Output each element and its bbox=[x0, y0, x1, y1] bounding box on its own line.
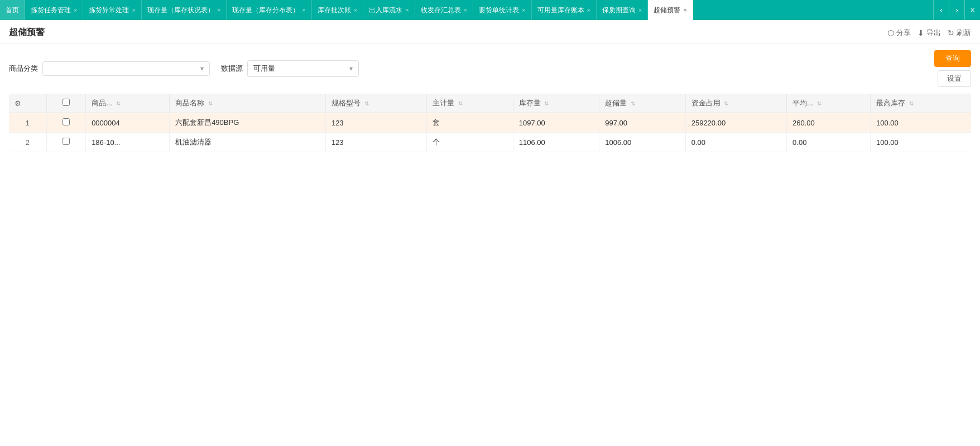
table-wrapper: ⚙ 商品... ⇅ 商品名称 ⇅ 规格型号 ⇅ bbox=[0, 94, 980, 152]
sort-icon: ⇅ bbox=[458, 100, 463, 106]
nav-arrows: ‹ › × bbox=[933, 0, 980, 20]
row-checkbox[interactable] bbox=[63, 138, 70, 145]
close-icon[interactable]: × bbox=[302, 7, 305, 13]
nav-batch-account[interactable]: 库存批次账 × bbox=[312, 0, 363, 20]
datasource-filter: 数据源 可用量 ▾ bbox=[221, 60, 359, 77]
row-stock: 1097.00 bbox=[513, 113, 599, 133]
row-name: 六配套新昌490BPG bbox=[170, 113, 326, 133]
close-icon[interactable]: × bbox=[464, 7, 467, 13]
nav-task-mgmt[interactable]: 拣货任务管理 × bbox=[25, 0, 83, 20]
col-checkbox bbox=[46, 94, 85, 113]
close-icon[interactable]: × bbox=[683, 7, 686, 13]
col-capital[interactable]: 资金占用 ⇅ bbox=[685, 94, 786, 113]
category-label: 商品分类 bbox=[9, 64, 38, 74]
close-icon[interactable]: × bbox=[132, 7, 135, 13]
refresh-button[interactable]: ↻ 刷新 bbox=[948, 28, 971, 38]
close-icon[interactable]: × bbox=[638, 7, 642, 13]
chevron-down-icon: ▾ bbox=[349, 65, 353, 72]
query-button[interactable]: 查询 bbox=[934, 50, 971, 67]
row-code: 186-10... bbox=[86, 133, 170, 152]
nav-prev-button[interactable]: ‹ bbox=[933, 0, 949, 20]
data-table: ⚙ 商品... ⇅ 商品名称 ⇅ 规格型号 ⇅ bbox=[9, 94, 971, 152]
export-icon: ⬇ bbox=[917, 28, 924, 37]
share-button[interactable]: ⬡ 分享 bbox=[887, 28, 911, 38]
row-overflow: 1006.00 bbox=[599, 133, 685, 152]
datasource-label: 数据源 bbox=[221, 64, 243, 74]
category-select[interactable]: ▾ bbox=[42, 61, 210, 76]
select-all-checkbox[interactable] bbox=[63, 99, 70, 106]
sort-icon: ⇅ bbox=[208, 100, 213, 106]
row-checkbox[interactable] bbox=[63, 118, 70, 125]
row-capital: 0.00 bbox=[685, 133, 786, 152]
nav-available-stock[interactable]: 可用量库存账本 × bbox=[532, 0, 597, 20]
sort-icon: ⇅ bbox=[544, 100, 549, 106]
sort-icon: ⇅ bbox=[909, 100, 914, 106]
datasource-value: 可用量 bbox=[253, 64, 275, 74]
row-checkbox-cell bbox=[46, 133, 85, 152]
page-header: 超储预警 ⬡ 分享 ⬇ 导出 ↻ 刷新 bbox=[0, 20, 980, 43]
row-stock: 1106.00 bbox=[513, 133, 599, 152]
col-maxstock[interactable]: 最高库存 ⇅ bbox=[871, 94, 971, 113]
col-code[interactable]: 商品... ⇅ bbox=[86, 94, 170, 113]
close-icon[interactable]: × bbox=[354, 7, 357, 13]
row-unit: 个 bbox=[427, 133, 513, 152]
nav-inout-flow[interactable]: 出入库流水 × bbox=[363, 0, 415, 20]
sort-icon: ⇅ bbox=[724, 100, 728, 106]
close-icon[interactable]: × bbox=[217, 7, 220, 13]
col-stock[interactable]: 库存量 ⇅ bbox=[513, 94, 599, 113]
top-navigation: 首页 拣货任务管理 × 拣货异常处理 × 现存量（库存状况表） × 现存量（库存… bbox=[0, 0, 980, 20]
nav-next-button[interactable]: › bbox=[949, 0, 964, 20]
refresh-icon: ↻ bbox=[948, 28, 954, 37]
row-number: 1 bbox=[9, 113, 46, 133]
close-icon[interactable]: × bbox=[522, 7, 525, 13]
col-overflow[interactable]: 超储量 ⇅ bbox=[599, 94, 685, 113]
nav-overflow-warning[interactable]: 超储预警 × bbox=[648, 0, 693, 20]
close-icon[interactable]: × bbox=[587, 7, 590, 13]
row-overflow: 997.00 bbox=[599, 113, 685, 133]
page-content: 超储预警 ⬡ 分享 ⬇ 导出 ↻ 刷新 商品分类 ▾ 数据源 bbox=[0, 20, 980, 446]
header-actions: ⬡ 分享 ⬇ 导出 ↻ 刷新 bbox=[887, 28, 971, 38]
row-maxstock: 100.00 bbox=[871, 113, 971, 133]
row-maxstock: 100.00 bbox=[871, 133, 971, 152]
sort-icon: ⇅ bbox=[364, 100, 369, 106]
filter-actions: 查询 设置 bbox=[934, 50, 971, 87]
col-avg[interactable]: 平均... ⇅ bbox=[787, 94, 871, 113]
table-row: 1 0000004 六配套新昌490BPG 123 套 1097.00 997.… bbox=[9, 113, 971, 133]
row-avg: 0.00 bbox=[787, 133, 871, 152]
filter-row: 商品分类 ▾ 数据源 可用量 ▾ 查询 设置 bbox=[0, 43, 980, 94]
row-unit: 套 bbox=[427, 113, 513, 133]
datasource-select[interactable]: 可用量 ▾ bbox=[247, 60, 359, 77]
table-header-row: ⚙ 商品... ⇅ 商品名称 ⇅ 规格型号 ⇅ bbox=[9, 94, 971, 113]
col-spec[interactable]: 规格型号 ⇅ bbox=[325, 94, 426, 113]
nav-stock-status[interactable]: 现存量（库存状况表） × bbox=[142, 0, 227, 20]
export-button[interactable]: ⬇ 导出 bbox=[917, 28, 941, 38]
sort-icon: ⇅ bbox=[817, 100, 822, 106]
row-avg: 260.00 bbox=[787, 113, 871, 133]
nav-stock-dist[interactable]: 现存量（库存分布表） × bbox=[227, 0, 311, 20]
sort-icon: ⇅ bbox=[631, 100, 635, 106]
nav-quality-check[interactable]: 保质期查询 × bbox=[597, 0, 648, 20]
sort-icon: ⇅ bbox=[116, 100, 121, 106]
nav-exception[interactable]: 拣货异常处理 × bbox=[83, 0, 141, 20]
page-title: 超储预警 bbox=[9, 27, 45, 38]
close-icon[interactable]: × bbox=[405, 7, 409, 13]
chevron-down-icon: ▾ bbox=[200, 65, 204, 72]
settings-gear-icon[interactable]: ⚙ bbox=[15, 99, 21, 108]
row-checkbox-cell bbox=[46, 113, 85, 133]
col-name[interactable]: 商品名称 ⇅ bbox=[170, 94, 326, 113]
nav-order-stats[interactable]: 要货单统计表 × bbox=[473, 0, 531, 20]
row-spec: 123 bbox=[325, 133, 426, 152]
row-capital: 259220.00 bbox=[685, 113, 786, 133]
close-icon[interactable]: × bbox=[74, 7, 77, 13]
nav-home[interactable]: 首页 bbox=[0, 0, 25, 20]
nav-summary[interactable]: 收发存汇总表 × bbox=[415, 0, 473, 20]
category-filter: 商品分类 ▾ bbox=[9, 61, 210, 76]
nav-close-all-button[interactable]: × bbox=[964, 0, 980, 20]
row-name: 机油滤清器 bbox=[170, 133, 326, 152]
settings-button[interactable]: 设置 bbox=[938, 70, 971, 87]
row-spec: 123 bbox=[325, 113, 426, 133]
row-code: 0000004 bbox=[86, 113, 170, 133]
share-icon: ⬡ bbox=[887, 28, 894, 37]
col-unit[interactable]: 主计量 ⇅ bbox=[427, 94, 513, 113]
row-number: 2 bbox=[9, 133, 46, 152]
